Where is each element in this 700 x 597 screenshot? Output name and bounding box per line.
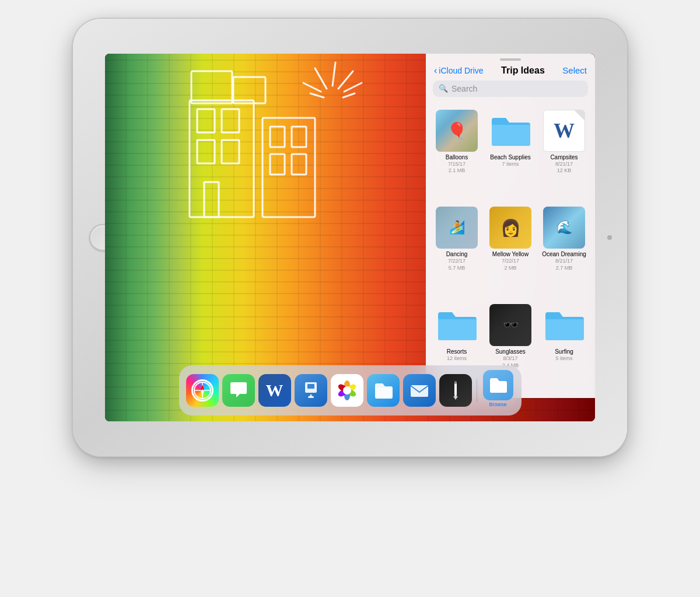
search-bar[interactable]: 🔍 Search <box>433 81 588 97</box>
svg-rect-12 <box>233 77 265 103</box>
back-label: iCloud Drive <box>439 66 483 75</box>
scene: ‹ iCloud Drive Trip Ideas Select 🔍 Searc… <box>29 19 671 579</box>
file-item-ocean[interactable]: Ocean Dreaming 8/21/17 2.7 MB <box>538 202 590 298</box>
browse-label: Browse <box>489 402 506 407</box>
ipad-device: ‹ iCloud Drive Trip Ideas Select 🔍 Searc… <box>73 19 627 456</box>
side-sensor <box>607 235 612 240</box>
file-meta-beach: 7 items <box>502 161 519 168</box>
file-name-balloons: Balloons <box>446 154 468 161</box>
files-icon <box>372 379 394 402</box>
file-thumb-campsites: W <box>543 110 585 152</box>
file-name-ocean: Ocean Dreaming <box>542 251 586 258</box>
panel-title: Trip Ideas <box>501 65 545 76</box>
dock-app-messages[interactable] <box>222 374 255 407</box>
dock-app-browse[interactable]: Browse <box>482 370 514 411</box>
svg-line-18 <box>310 93 324 97</box>
svg-rect-9 <box>270 154 285 174</box>
dock-app-photos[interactable] <box>331 374 363 407</box>
select-button[interactable]: Select <box>562 65 587 75</box>
svg-rect-5 <box>204 182 219 217</box>
folder-icon-beach <box>489 114 531 147</box>
svg-line-15 <box>338 71 353 89</box>
file-thumb-balloons <box>436 110 478 152</box>
file-meta-ocean: 8/21/17 2.7 MB <box>555 258 573 271</box>
browse-icon <box>483 370 513 400</box>
files-panel: ‹ iCloud Drive Trip Ideas Select 🔍 Searc… <box>426 54 595 398</box>
file-thumb-sunglasses <box>489 304 531 346</box>
svg-line-17 <box>344 83 362 92</box>
svg-rect-0 <box>190 100 254 217</box>
dock-app-safari[interactable] <box>186 374 219 407</box>
svg-rect-10 <box>292 154 306 174</box>
svg-rect-11 <box>191 71 232 103</box>
file-name-mellow: Mellow Yellow <box>492 251 528 258</box>
file-meta-mellow: 7/22/17 2 MB <box>502 258 519 271</box>
pencil-app-icon <box>446 380 466 400</box>
svg-line-16 <box>303 83 321 92</box>
dock-separator <box>477 379 477 402</box>
browse-folder-icon <box>488 375 509 396</box>
files-grid: Balloons 7/15/17 2.1 MB <box>426 103 595 398</box>
safari-icon <box>192 380 213 401</box>
panel-header: ‹ iCloud Drive Trip Ideas Select <box>426 63 595 81</box>
file-name-beach: Beach Supplies <box>490 154 531 161</box>
file-name-resorts: Resorts <box>447 348 467 355</box>
file-thumb-ocean <box>543 207 585 249</box>
file-meta-campsites: 8/21/17 12 KB <box>555 161 573 174</box>
svg-rect-6 <box>262 118 315 217</box>
svg-point-26 <box>194 382 211 399</box>
file-item-beach-supplies[interactable]: Beach Supplies 7 items <box>484 105 537 201</box>
svg-marker-29 <box>201 385 204 390</box>
svg-rect-7 <box>270 127 285 147</box>
file-meta-balloons: 7/15/17 2.1 MB <box>448 161 466 174</box>
dock-app-pencil-app[interactable] <box>439 374 472 407</box>
svg-line-13 <box>315 68 327 89</box>
back-chevron-icon: ‹ <box>434 65 437 76</box>
svg-point-41 <box>343 386 351 394</box>
file-name-sunglasses: Sunglasses <box>495 348 526 355</box>
keynote-icon <box>300 380 321 401</box>
dock-app-word[interactable]: W <box>258 374 291 407</box>
file-thumb-surfing <box>543 304 585 346</box>
file-thumb-beach-supplies <box>489 110 531 152</box>
svg-rect-4 <box>222 140 239 163</box>
svg-rect-2 <box>222 109 239 132</box>
ipad-screen: ‹ iCloud Drive Trip Ideas Select 🔍 Searc… <box>105 54 595 421</box>
svg-rect-34 <box>308 396 314 398</box>
svg-rect-8 <box>292 127 306 147</box>
svg-rect-45 <box>454 381 457 384</box>
svg-marker-44 <box>453 396 458 400</box>
mail-icon <box>409 380 430 401</box>
file-item-mellow[interactable]: Mellow Yellow 7/22/17 2 MB <box>484 202 537 298</box>
word-icon: W <box>266 380 284 400</box>
search-icon: 🔍 <box>439 84 448 93</box>
svg-rect-43 <box>454 382 457 396</box>
search-placeholder: Search <box>452 84 477 93</box>
svg-rect-1 <box>197 109 215 132</box>
dock-app-mail[interactable] <box>403 374 436 407</box>
file-item-dancing[interactable]: Dancing 7/22/17 5.7 MB <box>430 202 483 298</box>
messages-icon <box>228 380 249 401</box>
dock-app-keynote[interactable] <box>295 374 327 407</box>
photos-icon <box>335 379 359 402</box>
file-item-balloons[interactable]: Balloons 7/15/17 2.1 MB <box>430 105 483 201</box>
file-name-surfing: Surfing <box>555 348 573 355</box>
dock-area: W <box>105 365 595 416</box>
back-button[interactable]: ‹ iCloud Drive <box>434 65 484 76</box>
svg-rect-32 <box>307 384 314 389</box>
word-w-icon: W <box>554 118 575 143</box>
file-meta-dancing: 7/22/17 5.7 MB <box>448 258 466 271</box>
svg-marker-30 <box>201 390 204 396</box>
dock-app-files[interactable] <box>367 374 400 407</box>
file-thumb-mellow <box>489 207 531 249</box>
file-name-campsites: Campsites <box>550 154 578 161</box>
folder-icon-surfing <box>543 309 585 341</box>
panel-handle <box>500 58 521 61</box>
dock: W <box>179 365 522 416</box>
file-item-campsites[interactable]: W Campsites 8/21/17 12 KB <box>538 105 590 201</box>
file-thumb-dancing <box>436 207 478 249</box>
file-name-dancing: Dancing <box>446 251 468 258</box>
file-meta-resorts: 12 items <box>447 355 467 362</box>
svg-line-14 <box>332 62 335 86</box>
file-meta-surfing: 5 items <box>555 355 572 362</box>
